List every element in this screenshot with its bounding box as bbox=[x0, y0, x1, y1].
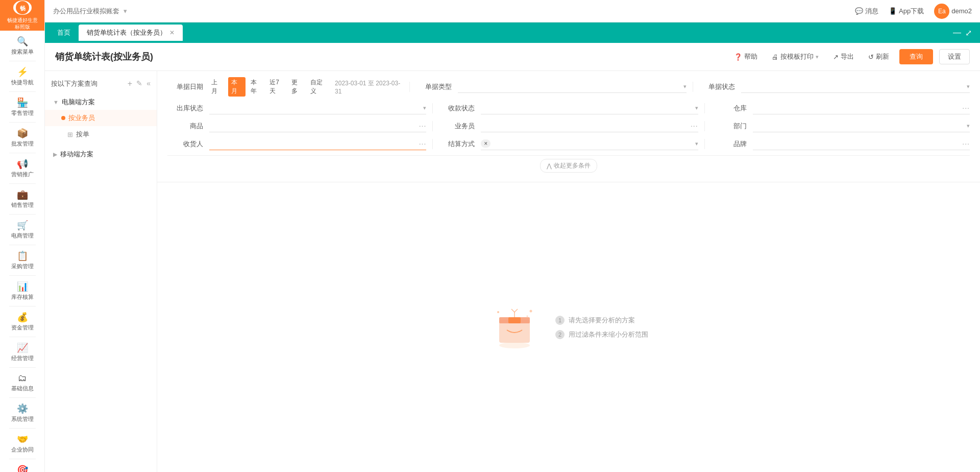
query-btn[interactable]: 查询 bbox=[899, 49, 933, 64]
out-status-field[interactable]: ▾ bbox=[209, 102, 426, 114]
edit-scheme-icon[interactable]: ✎ bbox=[136, 79, 142, 88]
brand-input[interactable] bbox=[753, 140, 963, 148]
print-arrow-icon: ▾ bbox=[816, 54, 819, 60]
print-btn[interactable]: 🖨 按模板打印 ▾ bbox=[768, 50, 823, 63]
tab-maximize-icon[interactable]: ⤢ bbox=[965, 28, 972, 38]
doc-status-select[interactable]: ▾ bbox=[741, 81, 970, 93]
tab-home[interactable]: 首页 bbox=[49, 25, 79, 41]
sidebar-items-container: 🔍 搜索菜单 ⚡ 快捷导航 🏪 零售管理 📦 批发管理 📢 营销推广 💼 销售管… bbox=[9, 31, 36, 472]
tab-sales-stat[interactable]: 销货单统计表（按业务员） ✕ bbox=[79, 25, 183, 41]
separator-2 bbox=[693, 82, 693, 92]
user-menu[interactable]: Ea demo2 bbox=[934, 4, 972, 19]
sidebar-item-purchase[interactable]: 📋 采购管理 bbox=[9, 245, 36, 276]
warehouse-field[interactable]: ··· bbox=[753, 102, 970, 114]
doc-type-select[interactable]: ▾ bbox=[458, 81, 687, 93]
sidebar-label-system: 系统管理 bbox=[11, 415, 34, 423]
goods-dots: ··· bbox=[419, 122, 427, 130]
collect-status-input[interactable] bbox=[481, 104, 695, 112]
collapse-row: ⋀ 收起更多条件 bbox=[167, 155, 970, 176]
sidebar-item-ecommerce[interactable]: 🛒 电商管理 bbox=[9, 215, 36, 245]
sidebar-item-newbie[interactable]: 🎯 新手引导 bbox=[9, 459, 36, 472]
shortcut-current-month[interactable]: 本月 bbox=[228, 77, 246, 97]
sidebar-item-quick-nav[interactable]: ⚡ 快捷导航 bbox=[9, 61, 36, 92]
settlement-badge-x[interactable]: × bbox=[484, 140, 487, 147]
recipient-input[interactable] bbox=[209, 140, 419, 148]
doc-type-field[interactable]: ▾ bbox=[458, 81, 687, 93]
recipient-field[interactable]: ··· bbox=[209, 137, 426, 150]
tab-close-icon[interactable]: ✕ bbox=[169, 29, 175, 36]
goods-field[interactable]: ··· bbox=[209, 120, 426, 132]
export-btn[interactable]: ↗ 导出 bbox=[829, 50, 858, 63]
sidebar-item-operation[interactable]: 📈 经营管理 bbox=[9, 337, 36, 368]
sidebar-item-finance[interactable]: 💰 资金管理 bbox=[9, 306, 36, 337]
refresh-btn[interactable]: ↺ 刷新 bbox=[864, 50, 893, 63]
collect-status-field[interactable]: ▾ bbox=[481, 102, 698, 114]
salesperson-select[interactable]: ··· bbox=[481, 120, 698, 132]
sidebar-item-enterprise[interactable]: 🤝 企业协同 bbox=[9, 429, 36, 459]
shortcut-7days[interactable]: 近7天 bbox=[267, 77, 286, 97]
sidebar-item-sales[interactable]: 💼 销售管理 bbox=[9, 184, 36, 215]
collapse-panel-icon[interactable]: « bbox=[146, 79, 151, 88]
goods-input[interactable] bbox=[209, 122, 419, 130]
scheme-sub-item-by-order[interactable]: ⊞ 按单 bbox=[45, 126, 157, 143]
avatar: Ea bbox=[934, 4, 949, 19]
dept-field[interactable]: ▾ bbox=[753, 120, 970, 132]
shortcut-current-year[interactable]: 本年 bbox=[249, 77, 264, 97]
collapse-btn[interactable]: ⋀ 收起更多条件 bbox=[540, 159, 597, 173]
doc-type-input[interactable] bbox=[458, 83, 683, 90]
scheme-item-by-salesperson[interactable]: 按业务员 bbox=[45, 110, 157, 126]
doc-status-input[interactable] bbox=[741, 83, 967, 90]
sidebar-label-search: 搜索菜单 bbox=[11, 48, 34, 56]
settlement-field[interactable]: × ▾ bbox=[481, 137, 698, 150]
out-status-input[interactable] bbox=[209, 104, 423, 112]
add-scheme-icon[interactable]: + bbox=[128, 79, 132, 88]
sidebar-item-basic[interactable]: 🗂 基础信息 bbox=[9, 368, 36, 398]
doc-status-field[interactable]: ▾ bbox=[741, 81, 970, 93]
warehouse-select[interactable]: ··· bbox=[753, 102, 970, 114]
dept-select[interactable]: ▾ bbox=[753, 120, 970, 132]
sidebar-label-inventory: 库存核算 bbox=[11, 293, 34, 301]
settlement-badge[interactable]: × bbox=[481, 139, 491, 148]
goods-select[interactable]: ··· bbox=[209, 120, 426, 132]
shortcut-last-month[interactable]: 上月 bbox=[209, 77, 225, 97]
date-label: 单据日期 bbox=[167, 82, 203, 91]
warehouse-input[interactable] bbox=[753, 104, 963, 112]
tab-bar: 首页 销货单统计表（按业务员） ✕ — ⤢ bbox=[45, 22, 980, 43]
recipient-select[interactable]: ··· bbox=[209, 137, 426, 150]
salesperson-input[interactable] bbox=[481, 122, 691, 130]
collect-status-select[interactable]: ▾ bbox=[481, 102, 698, 114]
tip-num-1: 1 bbox=[555, 316, 565, 325]
sales-icon: 💼 bbox=[17, 189, 28, 200]
shortcut-custom[interactable]: 自定义 bbox=[308, 77, 330, 97]
sidebar: 畅 畅捷通好生意 标照版 🔍 搜索菜单 ⚡ 快捷导航 🏪 零售管理 📦 批发管理… bbox=[0, 0, 45, 472]
sidebar-item-wholesale[interactable]: 📦 批发管理 bbox=[9, 123, 36, 153]
scheme-item-label: 按业务员 bbox=[68, 113, 95, 123]
help-btn[interactable]: ❓ 帮助 bbox=[730, 50, 762, 63]
settlement-select[interactable]: × ▾ bbox=[481, 137, 698, 150]
tab-minimize-icon[interactable]: — bbox=[953, 28, 961, 37]
page-actions: ❓ 帮助 🖨 按模板打印 ▾ ↗ 导出 ↺ 刷新 查询 设置 bbox=[730, 49, 970, 64]
sidebar-logo: 畅 畅捷通好生意 标照版 bbox=[0, 0, 45, 31]
settings-btn[interactable]: 设置 bbox=[939, 49, 970, 64]
brand-field[interactable]: ··· bbox=[753, 137, 970, 150]
shortcut-more[interactable]: 更多 bbox=[289, 77, 305, 97]
out-status-label: 出库状态 bbox=[167, 104, 203, 113]
mobile-group-label: 移动端方案 bbox=[60, 150, 93, 159]
sidebar-item-marketing[interactable]: 📢 营销推广 bbox=[9, 153, 36, 184]
app-download-btn[interactable]: 📱 App下载 bbox=[889, 7, 924, 16]
scheme-group-pc-header[interactable]: ▼ 电脑端方案 bbox=[45, 95, 157, 110]
sidebar-item-search[interactable]: 🔍 搜索菜单 bbox=[9, 31, 36, 61]
out-status-select[interactable]: ▾ bbox=[209, 102, 426, 114]
dept-label: 部门 bbox=[711, 122, 747, 131]
salesperson-field[interactable]: ··· bbox=[481, 120, 698, 132]
workspace-selector[interactable]: 办公用品行业模拟账套 ▾ bbox=[53, 7, 127, 16]
brand-select[interactable]: ··· bbox=[753, 137, 970, 150]
scheme-group-mobile-header[interactable]: ▶ 移动端方案 bbox=[45, 147, 157, 162]
sidebar-item-system[interactable]: ⚙️ 系统管理 bbox=[9, 398, 36, 429]
dept-input[interactable] bbox=[753, 122, 967, 130]
message-btn[interactable]: 💬 消息 bbox=[855, 7, 878, 16]
doc-type-label: 单据类型 bbox=[416, 82, 452, 91]
sidebar-item-retail[interactable]: 🏪 零售管理 bbox=[9, 92, 36, 123]
sidebar-item-inventory[interactable]: 📊 库存核算 bbox=[9, 276, 36, 306]
warehouse-label: 仓库 bbox=[711, 104, 747, 113]
